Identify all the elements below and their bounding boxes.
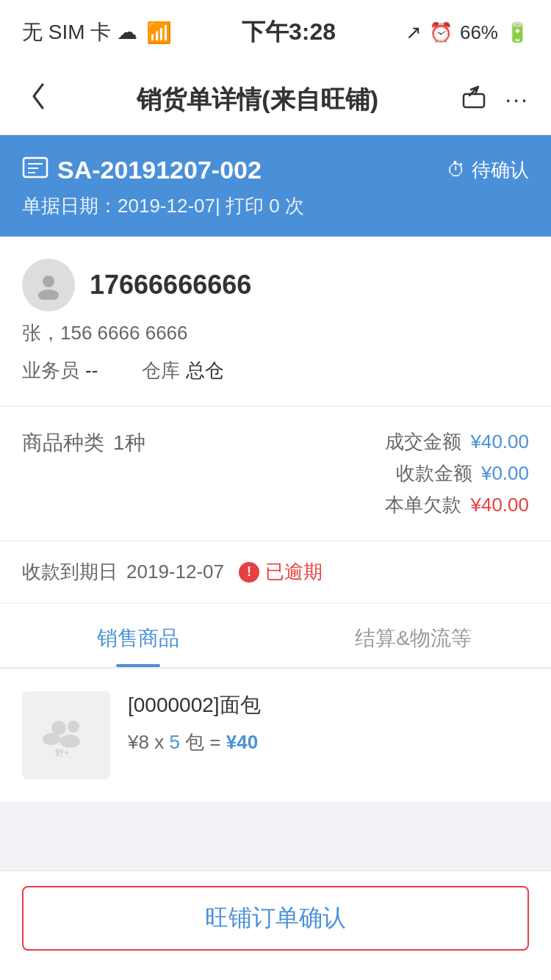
- share-icon[interactable]: [461, 84, 487, 116]
- header-card: SA-20191207-002 ⏱ 待确认 单据日期：2019-12-07| 打…: [0, 135, 551, 237]
- customer-row: 17666666666: [22, 259, 529, 311]
- multiply-sign: x: [154, 731, 169, 753]
- product-qty: 5: [169, 731, 179, 753]
- order-status: ⏱ 待确认: [447, 157, 529, 183]
- product-formula: ¥8 x 5 包 = ¥40: [128, 729, 529, 755]
- nav-actions: ···: [461, 84, 529, 116]
- payment-item: 收款金额 ¥0.00: [396, 461, 529, 486]
- overdue-text: 已逾期: [265, 559, 323, 585]
- confirm-button[interactable]: 旺铺订单确认: [22, 886, 529, 951]
- unit-text: 包: [185, 731, 204, 753]
- product-info: [0000002]面包 ¥8 x 5 包 = ¥40: [128, 691, 529, 755]
- product-type-value: 1种: [113, 429, 145, 457]
- tabs-container: 销售商品 结算&物流等: [0, 604, 551, 668]
- main-content: SA-20191207-002 ⏱ 待确认 单据日期：2019-12-07| 打…: [0, 135, 551, 980]
- product-type: 商品种类 1种: [22, 429, 145, 457]
- svg-point-8: [68, 721, 79, 732]
- summary-row: 商品种类 1种 成交金额 ¥40.00 收款金额 ¥0.00 本单欠款 ¥40.…: [22, 429, 529, 518]
- battery-icon: 🔋: [505, 21, 529, 44]
- balance-item: 本单欠款 ¥40.00: [385, 492, 529, 518]
- due-label: 收款到期日: [22, 559, 118, 585]
- clock-icon: ⏱: [447, 159, 466, 181]
- warehouse-item: 仓库 总仓: [142, 358, 224, 383]
- alarm-icon: ⏰: [429, 21, 453, 44]
- product-list: 野+ [0000002]面包 ¥8 x 5 包 = ¥40: [0, 669, 551, 802]
- amount-label: 成交金额: [385, 429, 461, 455]
- bottom-bar: 旺铺订单确认: [0, 871, 551, 980]
- battery-label: 66%: [460, 21, 498, 44]
- customer-avatar: [22, 259, 75, 311]
- customer-card: 17666666666 张，156 6666 6666 业务员 -- 仓库 总仓: [0, 237, 551, 406]
- payment-value: ¥0.00: [481, 462, 529, 485]
- status-right: ↗ ⏰ 66% 🔋: [406, 21, 529, 44]
- more-icon[interactable]: ···: [505, 86, 529, 113]
- order-icon: [22, 156, 48, 184]
- amount-value: ¥40.00: [470, 430, 529, 453]
- customer-name: 张，156 6666 6666: [22, 320, 529, 346]
- status-time: 下午3:28: [242, 16, 336, 48]
- header-top: SA-20191207-002 ⏱ 待确认: [22, 156, 529, 184]
- equals-sign: =: [209, 731, 226, 753]
- amount-summary: 成交金额 ¥40.00 收款金额 ¥0.00 本单欠款 ¥40.00: [385, 429, 529, 518]
- page-title: 销货单详情(来自旺铺): [137, 83, 378, 117]
- warehouse-value: 总仓: [186, 358, 224, 383]
- product-type-label: 商品种类: [22, 429, 104, 457]
- svg-text:野+: 野+: [55, 748, 69, 757]
- summary-card: 商品种类 1种 成交金额 ¥40.00 收款金额 ¥0.00 本单欠款 ¥40.…: [0, 407, 551, 540]
- customer-meta: 业务员 -- 仓库 总仓: [22, 358, 529, 383]
- tab-settlement[interactable]: 结算&物流等: [276, 604, 551, 667]
- status-bar: 无 SIM 卡 ☁ 📶 下午3:28 ↗ ⏰ 66% 🔋: [0, 0, 551, 65]
- salesperson-value: --: [85, 359, 98, 382]
- unit-price: ¥8: [128, 731, 149, 753]
- status-left: 无 SIM 卡 ☁ 📶: [22, 18, 172, 46]
- svg-point-10: [60, 735, 80, 748]
- warehouse-label: 仓库: [142, 358, 180, 383]
- svg-point-9: [43, 733, 60, 745]
- svg-rect-0: [464, 94, 484, 107]
- amount-item: 成交金额 ¥40.00: [385, 429, 529, 455]
- wifi-icon: 📶: [146, 21, 172, 45]
- overdue-badge: ! 已逾期: [239, 559, 323, 585]
- order-id-text: SA-20191207-002: [57, 156, 262, 184]
- sim-label: 无 SIM 卡 ☁: [22, 18, 137, 46]
- product-item: 野+ [0000002]面包 ¥8 x 5 包 = ¥40: [0, 669, 551, 802]
- salesperson-item: 业务员 --: [22, 358, 98, 383]
- customer-phone: 17666666666: [90, 270, 251, 300]
- tabs: 销售商品 结算&物流等: [0, 604, 551, 668]
- back-button[interactable]: [22, 74, 54, 125]
- due-date: 2019-12-07: [126, 561, 224, 583]
- product-name: [0000002]面包: [128, 691, 529, 719]
- product-thumbnail: 野+: [22, 691, 110, 779]
- due-date-card: 收款到期日 2019-12-07 ! 已逾期: [0, 541, 551, 602]
- balance-value: ¥40.00: [470, 494, 529, 516]
- salesperson-label: 业务员: [22, 358, 79, 383]
- order-id: SA-20191207-002: [22, 156, 262, 184]
- status-text: 待确认: [472, 157, 529, 183]
- location-icon: ↗: [406, 21, 422, 44]
- nav-bar: 销货单详情(来自旺铺) ···: [0, 65, 551, 135]
- payment-label: 收款金额: [396, 461, 472, 486]
- tab-sales-products[interactable]: 销售商品: [0, 604, 276, 667]
- balance-label: 本单欠款: [385, 492, 461, 518]
- svg-point-5: [43, 275, 54, 287]
- product-total: ¥40: [226, 731, 258, 753]
- svg-point-7: [51, 721, 66, 735]
- overdue-icon: !: [239, 562, 259, 583]
- svg-point-6: [38, 289, 59, 300]
- header-date: 单据日期：2019-12-07| 打印 0 次: [22, 193, 529, 219]
